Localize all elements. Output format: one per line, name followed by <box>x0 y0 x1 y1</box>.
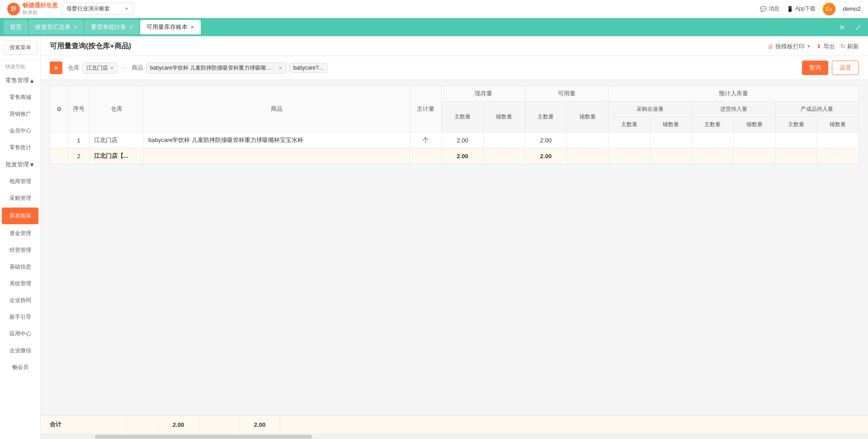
sidebar-item-app-center[interactable]: 应用中心 <box>0 326 40 342</box>
product-filter-tag1[interactable]: babycare学饮杯 儿童防摔防撞吸管杯重力球吸嘴杯宝宝水杯 ✕ <box>146 62 287 74</box>
warehouse-filter-more[interactable]: ··· <box>121 64 126 71</box>
refresh-btn[interactable]: ↻ 刷新 <box>840 42 859 51</box>
sidebar-item-inventory-check[interactable]: 库存核算 <box>2 208 38 224</box>
sidebar-item-new-guide[interactable]: 新手引导 <box>0 309 40 326</box>
sidebar-item-ecommerce-mgmt[interactable]: 电商管理 <box>0 173 40 190</box>
tab-receive-summary-close[interactable]: ✕ <box>73 25 77 30</box>
sidebar-item-enterprise-collab-label: 企业协同 <box>9 297 31 304</box>
sidebar-item-purchase-mgmt[interactable]: 采购管理 <box>0 190 40 207</box>
sidebar-item-wholesale-mgmt-label: 批发管理 <box>5 160 29 169</box>
sidebar-item-member[interactable]: 畅会员 <box>0 359 40 376</box>
th-stock-aux: 辅数量 <box>483 102 525 132</box>
warehouse-filter-remove[interactable]: ✕ <box>110 65 114 71</box>
row2-product <box>144 148 410 164</box>
sidebar-item-basic-info[interactable]: 基础信息 <box>0 259 40 275</box>
sidebar-item-retail-mall[interactable]: 零售商城 <box>0 89 40 106</box>
sidebar-item-retail-mgmt[interactable]: 零售管理 ▲ <box>0 72 40 89</box>
warehouse-filter-tag[interactable]: 江北门店 ✕ <box>82 62 118 74</box>
sidebar-item-member-label: 畅会员 <box>12 363 28 371</box>
th-purchase-main: 主数量 <box>609 117 650 132</box>
sidebar-item-enterprise-wechat[interactable]: 企业微信 <box>0 342 40 359</box>
th-available: 可用量 <box>525 86 609 102</box>
filter-toggle-icon: » <box>54 64 58 72</box>
table-footer: 合计 2.00 2.00 <box>41 415 868 434</box>
sidebar-item-member-center[interactable]: 会员中心 <box>0 123 40 139</box>
export-label: 导出 <box>823 42 835 51</box>
app-download-label: App下载 <box>795 5 816 13</box>
row1-avail-main: 2.00 <box>525 132 566 148</box>
template-print-btn[interactable]: 🖨 按模板打印 ▼ <box>768 42 811 51</box>
sidebar-item-member-center-label: 会员中心 <box>9 127 31 135</box>
account-selector[interactable]: 母婴行业演示账套 ▼ <box>61 3 134 15</box>
tab-receive-summary-label: 收发存汇总表 <box>35 23 71 31</box>
filter-action-buttons: 查询 设置 <box>802 61 859 75</box>
th-inbound-main: 主数量 <box>692 117 733 132</box>
tab-expand-btn[interactable]: ⤢ <box>852 21 864 33</box>
app-download-btn[interactable]: 📱 App下载 <box>787 5 816 13</box>
sidebar-item-sys-mgmt[interactable]: 系统管理 <box>0 275 40 292</box>
sidebar-item-new-guide-label: 新手引导 <box>9 313 31 321</box>
refresh-icon: ↻ <box>840 43 845 50</box>
th-stock-main: 主数量 <box>442 102 483 132</box>
sidebar-item-enterprise-collab[interactable]: 企业协同 <box>0 292 40 309</box>
sidebar: 搜索菜单 快捷导航 零售管理 ▲ 零售商城 营销推广 会员中心 零售统计 批发管… <box>0 36 41 439</box>
th-avail-main: 主数量 <box>525 102 566 132</box>
tab-receive-summary[interactable]: 收发存汇总表 ✕ <box>29 20 84 34</box>
scrollbar-thumb[interactable] <box>95 435 312 439</box>
tab-order-summary-label: 要货单统计表 <box>91 23 126 31</box>
query-btn[interactable]: 查询 <box>802 61 828 75</box>
sidebar-search-btn[interactable]: 搜索菜单 <box>4 41 37 55</box>
product-filter-tag1-remove[interactable]: ✕ <box>278 65 283 71</box>
row1-avail-aux <box>567 132 609 148</box>
sidebar-item-basic-label: 基础信息 <box>9 263 31 271</box>
header-actions: 🖨 按模板打印 ▼ ⬇ 导出 ↻ 刷新 <box>768 42 859 51</box>
warehouse-filter-value: 江北门店 <box>86 64 108 72</box>
export-btn[interactable]: ⬇ 导出 <box>816 42 835 51</box>
row1-finished-aux <box>817 132 859 148</box>
row2-inbound-aux <box>734 148 775 164</box>
logo-text-block: 畅捷通好生意 标准版 <box>23 2 58 16</box>
tab-order-summary-close[interactable]: ✕ <box>129 25 133 30</box>
row2-finished-aux <box>817 148 859 164</box>
th-product: 商品 <box>144 86 410 132</box>
row1-purchase-main <box>609 132 650 148</box>
row2-purchase-main <box>609 148 650 164</box>
sidebar-item-ops-mgmt[interactable]: 经营管理 <box>0 242 40 259</box>
filter-toggle-btn[interactable]: » <box>50 61 62 74</box>
sidebar-item-marketing[interactable]: 营销推广 <box>0 106 40 123</box>
chevron-up-icon: ▲ <box>29 77 35 84</box>
avatar[interactable]: Ea <box>823 3 835 15</box>
sidebar-item-wholesale-mgmt[interactable]: 批发管理 ▼ <box>0 156 40 173</box>
sidebar-item-inventory-label: 库存核算 <box>9 212 31 220</box>
sidebar-item-purchase-label: 采购管理 <box>9 194 31 202</box>
sidebar-item-finance-mgmt[interactable]: 资金管理 <box>0 225 40 242</box>
th-settings[interactable]: ⚙ <box>50 86 68 132</box>
sidebar-item-retail-stats[interactable]: 零售统计 <box>0 139 40 156</box>
message-icon: 💬 <box>760 6 767 12</box>
sidebar-item-app-center-label: 应用中心 <box>9 330 31 338</box>
row2-finished-main <box>775 148 817 164</box>
tab-order-summary[interactable]: 要货单统计表 ✕ <box>85 20 139 34</box>
settings-btn[interactable]: 设置 <box>832 61 859 75</box>
chevron-down-icon: ▼ <box>124 6 129 11</box>
horizontal-scrollbar[interactable] <box>41 434 868 439</box>
tab-close-all-btn[interactable]: ✕ <box>835 21 848 33</box>
tab-available-ledger-label: 可用量库存账本 <box>146 23 188 31</box>
row2-avail-aux <box>567 148 609 164</box>
main-layout: 搜索菜单 快捷导航 零售管理 ▲ 零售商城 营销推广 会员中心 零售统计 批发管… <box>0 36 868 439</box>
message-btn[interactable]: 💬 消息 <box>760 5 779 13</box>
tab-available-ledger-close[interactable]: ✕ <box>190 25 194 30</box>
tab-home[interactable]: 首页 <box>4 20 28 34</box>
tab-available-ledger[interactable]: 可用量库存账本 ✕ <box>140 20 201 34</box>
top-bar-right: 💬 消息 📱 App下载 Ea demo2 <box>760 3 861 15</box>
row2-stock-aux <box>483 148 525 164</box>
product-filter-tag2[interactable]: babycare?... <box>289 63 327 73</box>
product-filter-value1: babycare学饮杯 儿童防摔防撞吸管杯重力球吸嘴杯宝宝水杯 <box>150 64 277 72</box>
page-title-row: 可用量查询(按仓库+商品) 🖨 按模板打印 ▼ ⬇ 导出 ↻ 刷新 <box>50 42 859 51</box>
warehouse-filter-label: 仓库 <box>68 64 80 72</box>
page-header: 可用量查询(按仓库+商品) 🖨 按模板打印 ▼ ⬇ 导出 ↻ 刷新 <box>41 36 868 56</box>
sidebar-item-ecommerce-label: 电商管理 <box>9 178 31 185</box>
message-label: 消息 <box>769 5 779 13</box>
print-icon: 🖨 <box>768 43 774 50</box>
warehouse-filter-group: 仓库 江北门店 ✕ ··· <box>68 62 126 74</box>
